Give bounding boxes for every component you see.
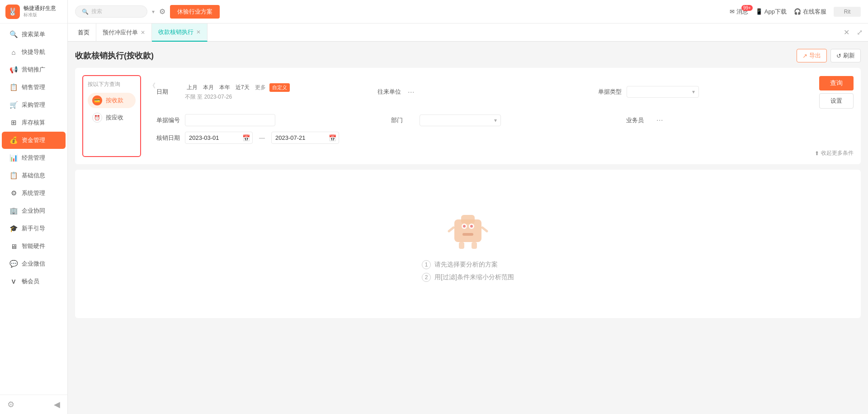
search-bar[interactable]: 🔍 搜索: [75, 5, 147, 18]
tab-receivable[interactable]: 收款核销执行 ✕: [152, 24, 208, 42]
industry-btn[interactable]: 休验行业方案: [170, 5, 220, 19]
filter-row-2: 单据编号 部门 ▾ 业务员 ···: [156, 114, 854, 126]
sidebar-logo: 🐰 畅捷通好生意 标准版: [0, 0, 67, 24]
collapse-more-btn[interactable]: ⬆ 收起更多条件: [156, 149, 854, 157]
svg-line-9: [449, 228, 453, 231]
date-tab-thisyear[interactable]: 本年: [217, 83, 232, 92]
sidebar-item-hardware[interactable]: 🖥 智能硬件: [2, 238, 66, 255]
sidebar-item-enterprise[interactable]: 🏢 企业协同: [2, 202, 66, 219]
filter-dept-item: 部门 ▾: [391, 114, 618, 126]
setting-button[interactable]: 设置: [819, 93, 854, 109]
query-button[interactable]: 查询: [819, 76, 854, 90]
tab-close-all-icon[interactable]: ✕: [842, 26, 851, 38]
sidebar-item-purchase[interactable]: 🛒 采购管理: [2, 96, 66, 114]
date-dash: —: [256, 134, 268, 141]
date-tab-custom[interactable]: 自定义: [269, 83, 290, 92]
filter-sidebar-title: 按以下方查询: [88, 81, 136, 88]
svg-rect-6: [462, 233, 473, 236]
doctype-chevron-icon: ▾: [692, 89, 695, 95]
sidebar-item-guide[interactable]: 🎓 新手引导: [2, 220, 66, 237]
main-content: 🔍 搜索 ▾ ⚙ 休验行业方案 ✉ 消息 99+ 📱 App下载 🎧 在线客服 …: [68, 0, 868, 414]
app-download-btn[interactable]: 📱 App下载: [755, 8, 787, 16]
filter-collapse-btn[interactable]: 《: [148, 77, 156, 95]
sidebar-footer: ⚙ ◀: [0, 395, 67, 414]
date-tab-7days[interactable]: 近7天: [234, 83, 251, 92]
tab-home[interactable]: 首页: [71, 24, 96, 42]
svg-point-4: [463, 225, 466, 228]
sidebar-item-inventory[interactable]: ⊞ 库存核算: [2, 114, 66, 131]
online-service-btn[interactable]: 🎧 在线客服: [794, 8, 826, 16]
topbar: 🔍 搜索 ▾ ⚙ 休验行业方案 ✉ 消息 99+ 📱 App下载 🎧 在线客服 …: [68, 0, 868, 24]
svg-rect-1: [461, 215, 475, 224]
message-icon: ✉: [730, 8, 735, 15]
dropdown-icon[interactable]: ▾: [152, 9, 155, 15]
sidebar-item-quick-nav[interactable]: ⌂ 快捷导航: [2, 43, 66, 61]
date-tab-lastmonth[interactable]: 上月: [185, 83, 199, 92]
filter-option-by-receipt[interactable]: 💳 按收款: [88, 93, 136, 108]
page-content: 收款核销执行(按收款) ↗ 导出 ↺ 刷新 按以下方查询 💳 按收款: [68, 42, 868, 414]
topbar-right: ✉ 消息 99+ 📱 App下载 🎧 在线客服 Rit: [730, 7, 861, 17]
operations-icon: 📊: [9, 154, 18, 162]
search-icon: 🔍: [82, 9, 89, 15]
sidebar-item-wechat[interactable]: 💬 企业微信: [2, 255, 66, 272]
filter-date-item: 日期 上月 本月 本年 近7天 更多 自定义 不限 至 2023-07-26: [156, 83, 370, 101]
sidebar-item-basic[interactable]: 📋 基础信息: [2, 167, 66, 184]
filter-row-1: 日期 上月 本月 本年 近7天 更多 自定义 不限 至 2023-07-26: [156, 75, 854, 109]
sidebar-item-member[interactable]: V 畅会员: [2, 273, 66, 290]
partner-more-icon[interactable]: ···: [408, 87, 415, 97]
calendar-start-icon[interactable]: 📅: [242, 134, 250, 142]
date-tab-more[interactable]: 更多: [253, 83, 268, 92]
filter-partner-item: 往来单位 ···: [377, 87, 591, 97]
doctype-select[interactable]: ▾: [627, 86, 699, 98]
hardware-icon: 🖥: [9, 243, 18, 250]
collapse-icon: ⬆: [815, 150, 819, 157]
svg-rect-8: [472, 242, 477, 249]
filter-verifydate-item: 核销日期 📅 — 📅: [156, 132, 854, 144]
tab-close-receivable[interactable]: ✕: [196, 29, 201, 35]
sales-icon: 📋: [9, 83, 18, 91]
docno-input[interactable]: [185, 114, 275, 126]
user-avatar[interactable]: Rit: [834, 7, 861, 17]
empty-tip-1: 1 请先选择要分析的方案: [422, 260, 514, 269]
sidebar-item-finance[interactable]: 💰 资金管理: [2, 132, 66, 149]
export-button[interactable]: ↗ 导出: [797, 49, 827, 62]
refresh-button[interactable]: ↺ 刷新: [830, 49, 861, 62]
doctype-label: 单据类型: [598, 88, 623, 96]
dept-chevron-icon: ▾: [494, 117, 497, 124]
staff-more-icon[interactable]: ···: [656, 115, 663, 125]
svg-point-5: [470, 225, 473, 228]
sidebar-item-sales[interactable]: 📋 销售管理: [2, 79, 66, 96]
calendar-end-icon[interactable]: 📅: [329, 134, 336, 142]
search-icon: 🔍: [9, 30, 18, 38]
receivable-icon: ⏰: [92, 113, 102, 123]
verify-start-date: 📅: [185, 132, 253, 144]
dept-select[interactable]: ▾: [420, 114, 501, 126]
page-title: 收款核销执行(按收款): [75, 50, 154, 61]
date-nolimit: 不限 至 2023-07-26: [185, 93, 290, 101]
tab-prepay[interactable]: 预付冲应付单 ✕: [96, 24, 152, 42]
sidebar-item-system[interactable]: ⚙ 系统管理: [2, 185, 66, 202]
message-btn[interactable]: ✉ 消息 99+: [730, 8, 748, 16]
guide-icon: 🎓: [9, 224, 18, 233]
gear-icon[interactable]: ⚙: [159, 7, 165, 16]
collapse-sidebar-icon[interactable]: ◀: [54, 400, 60, 409]
settings-icon[interactable]: ⚙: [7, 400, 14, 409]
export-icon: ↗: [802, 52, 807, 59]
enterprise-icon: 🏢: [9, 207, 18, 215]
basic-icon: 📋: [9, 171, 18, 180]
date-tab-thismonth[interactable]: 本月: [201, 83, 216, 92]
service-icon: 🎧: [794, 8, 801, 15]
sidebar-item-search[interactable]: 🔍 搜索菜单: [2, 26, 66, 43]
sidebar-item-operations[interactable]: 📊 经营管理: [2, 149, 66, 167]
sidebar-item-marketing[interactable]: 📢 营销推广: [2, 61, 66, 78]
tab-close-prepay[interactable]: ✕: [141, 29, 145, 36]
date-range: 上月 本月 本年 近7天 更多 自定义 不限 至 2023-07-26: [185, 83, 290, 101]
tab-expand-icon[interactable]: ⤢: [855, 26, 864, 38]
filter-option-by-receivable[interactable]: ⏰ 按应收: [88, 110, 136, 125]
filter-doctype-item: 单据类型 ▾: [598, 86, 812, 98]
sidebar: 🐰 畅捷通好生意 标准版 🔍 搜索菜单 ⌂ 快捷导航 📢 营销推广 📋 销售管理…: [0, 0, 68, 414]
sidebar-nav: 🔍 搜索菜单 ⌂ 快捷导航 📢 营销推广 📋 销售管理 🛒 采购管理 ⊞ 库存核…: [0, 24, 67, 395]
dept-label: 部门: [391, 116, 416, 124]
filter-row-3: 核销日期 📅 — 📅: [156, 132, 854, 144]
page-header-actions: ↗ 导出 ↺ 刷新: [797, 49, 861, 62]
